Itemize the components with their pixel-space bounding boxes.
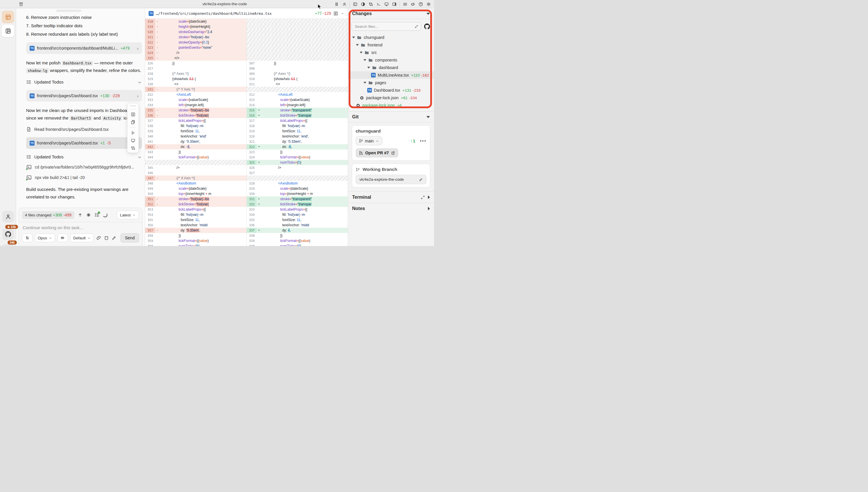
terminal-command-row[interactable]: cd /private/var/folders/10/h7w0q46556ggr… bbox=[26, 164, 142, 170]
copy-icon[interactable] bbox=[130, 120, 136, 125]
branch-dropdown[interactable]: main bbox=[356, 136, 382, 145]
tree-chevron-icon[interactable] bbox=[363, 59, 366, 61]
rail-item-workspace-active[interactable] bbox=[2, 11, 14, 23]
inline-code: Dashboard.tsx bbox=[62, 60, 93, 66]
files-changed-chip[interactable]: 4 files changed +308 -499 bbox=[22, 211, 74, 219]
agent-cat-button[interactable] bbox=[103, 235, 109, 241]
account-button[interactable] bbox=[2, 211, 14, 222]
sidebar-icon[interactable] bbox=[392, 1, 397, 7]
tree-folder-row[interactable]: components bbox=[348, 56, 434, 64]
diff-gap-cell bbox=[247, 45, 348, 50]
terminal-section-header[interactable]: Terminal bbox=[348, 192, 434, 203]
todos-button[interactable] bbox=[94, 212, 99, 218]
monitor-icon[interactable] bbox=[384, 1, 389, 7]
notes-section-header[interactable]: Notes bbox=[348, 203, 434, 214]
diff-line: 334 left={margin.left} bbox=[145, 102, 247, 107]
version-dropdown[interactable]: Latest bbox=[117, 211, 139, 219]
tree-file-row[interactable]: package-lock.json+6 bbox=[348, 101, 434, 109]
search-input[interactable] bbox=[354, 24, 414, 29]
git-section-header[interactable]: Git bbox=[348, 112, 434, 122]
expand-icon[interactable] bbox=[421, 195, 425, 200]
tree-chevron-icon[interactable] bbox=[352, 36, 355, 38]
collapse-icon[interactable] bbox=[342, 1, 347, 7]
columns-icon[interactable] bbox=[352, 1, 358, 7]
drag-handle-icon[interactable] bbox=[130, 105, 136, 106]
diff-line: 326 /> bbox=[247, 165, 348, 170]
tree-file-row[interactable]: package-lock.json+61-104 bbox=[348, 94, 434, 101]
edit-pencil-icon[interactable] bbox=[419, 177, 423, 182]
scroll-to-top-button[interactable] bbox=[77, 212, 83, 218]
github-button[interactable] bbox=[2, 228, 14, 240]
diff-row: 342- dx: -4,322+ dx: -8, bbox=[145, 144, 348, 149]
tree-folder-row[interactable]: pages bbox=[348, 79, 434, 87]
send-button[interactable]: Send bbox=[120, 233, 139, 243]
help-icon[interactable] bbox=[418, 1, 423, 7]
edit-pen-button[interactable] bbox=[112, 235, 117, 241]
tree-file-row[interactable]: TSMultiLineArea.tsx+110-162 bbox=[348, 71, 434, 79]
updated-todos-row[interactable]: Updated Todos bbox=[26, 154, 142, 159]
tree-folder-row[interactable]: frontend bbox=[348, 41, 434, 49]
tree-chevron-icon[interactable] bbox=[360, 52, 362, 53]
menu-icon[interactable] bbox=[402, 1, 407, 7]
tree-item-label: package-lock.json bbox=[362, 103, 395, 107]
git-branch-icon bbox=[359, 139, 363, 143]
archive-box-icon[interactable] bbox=[19, 1, 24, 7]
tree-folder-row[interactable]: src bbox=[348, 49, 434, 56]
updated-todos-row[interactable]: Updated Todos bbox=[26, 79, 142, 85]
diff-line: 322- strokeOpacity={0.2} bbox=[145, 40, 247, 45]
attach-button[interactable] bbox=[96, 235, 101, 241]
tree-chevron-icon[interactable] bbox=[367, 67, 370, 69]
megaphone-icon[interactable] bbox=[410, 1, 416, 7]
tree-folder-row[interactable]: churnguard bbox=[348, 34, 434, 41]
compare-icon[interactable] bbox=[368, 1, 373, 7]
monitor-icon[interactable] bbox=[131, 138, 136, 143]
working-branch-input[interactable] bbox=[359, 177, 419, 182]
diff-line: 352- tickStroke="hsl(var( bbox=[145, 202, 247, 207]
folder-icon bbox=[368, 80, 373, 85]
collapse-tree-icon[interactable] bbox=[414, 24, 419, 29]
message-input[interactable] bbox=[22, 225, 139, 230]
diff-row: 330 <>311 <> bbox=[145, 81, 348, 87]
pause-icon[interactable] bbox=[334, 1, 339, 7]
github-cat-button[interactable] bbox=[424, 23, 430, 30]
send-label: Send bbox=[125, 236, 135, 240]
spark-icon[interactable] bbox=[86, 212, 91, 218]
pen-icon bbox=[112, 235, 117, 241]
fast-forward-button[interactable] bbox=[57, 233, 68, 242]
terminal-icon[interactable] bbox=[376, 1, 381, 7]
model-dropdown[interactable]: Opus bbox=[35, 233, 55, 242]
tree-file-row[interactable]: TSDashboard.tsx+131-233 bbox=[348, 87, 434, 94]
file-search-field[interactable] bbox=[352, 22, 421, 31]
tree-chevron-icon[interactable] bbox=[363, 82, 366, 83]
read-file-row[interactable]: Read frontend/src/pages/Dashboard.tsx bbox=[26, 127, 142, 132]
notes-title: Notes bbox=[352, 206, 365, 211]
diff-row: 337 tickLabelProps={{317 tickLabelProps=… bbox=[145, 118, 348, 123]
working-branch-field[interactable] bbox=[356, 175, 426, 184]
gear-icon[interactable] bbox=[426, 1, 431, 7]
git-more-button[interactable]: ••• bbox=[420, 139, 426, 144]
compare-icon[interactable] bbox=[131, 146, 136, 151]
zsquare-icon[interactable] bbox=[131, 112, 136, 117]
open-pr-button[interactable]: Open PR #7 bbox=[356, 148, 398, 157]
settings-sliders-button[interactable] bbox=[22, 233, 32, 242]
tree-folder-row[interactable]: dashboard bbox=[348, 64, 434, 71]
terminal-command-row[interactable]: npx vite build 2>&1 | tail -20 bbox=[26, 175, 142, 180]
file-change-chip-selected[interactable]: TS frontend/src/pages/Dashboard.tsx +1 -… bbox=[26, 137, 142, 149]
contrast-icon[interactable] bbox=[360, 1, 366, 7]
lines-added: +479 bbox=[120, 46, 130, 50]
typescript-file-icon: TS bbox=[30, 46, 34, 51]
diff-mode-icon[interactable] bbox=[333, 11, 338, 16]
mode-dropdown[interactable]: Default bbox=[70, 233, 94, 242]
diff-row: 356 textAnchor: 'midd336 textAnchor: 'mi… bbox=[145, 222, 348, 228]
play-icon[interactable] bbox=[130, 130, 136, 136]
file-change-chip[interactable]: TS frontend/src/pages/Dashboard.tsx +130… bbox=[26, 90, 142, 101]
file-change-chip[interactable]: TS frontend/src/components/dashboard/Mul… bbox=[26, 42, 142, 54]
chevron-down-icon[interactable] bbox=[341, 11, 344, 16]
version-label: Latest bbox=[120, 213, 131, 217]
diff-line: 319- height={innerHeight} bbox=[145, 24, 247, 29]
rail-item-workspace-2[interactable] bbox=[2, 25, 14, 37]
changes-section-header[interactable]: Changes bbox=[348, 8, 434, 19]
updated-todos-label: Updated Todos bbox=[34, 154, 64, 159]
tree-chevron-icon[interactable] bbox=[356, 44, 359, 46]
diff-row: 326 )}307 )} bbox=[145, 60, 348, 66]
